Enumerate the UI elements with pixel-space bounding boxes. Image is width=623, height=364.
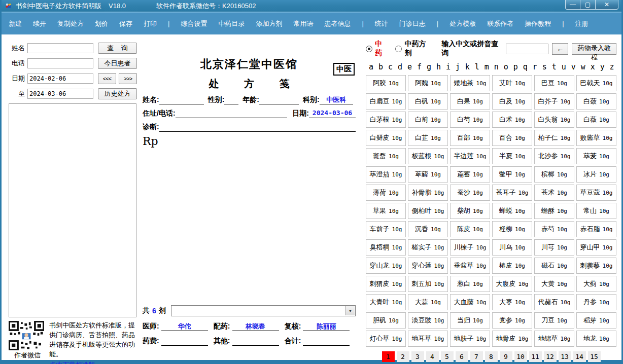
- alphabet-letter-g[interactable]: g: [427, 62, 431, 71]
- herb-button[interactable]: 大黄10g: [534, 276, 574, 292]
- herb-button[interactable]: 柏子仁10g: [534, 130, 574, 146]
- prev-period-button[interactable]: <<<: [98, 73, 116, 84]
- herb-button[interactable]: 刀豆10g: [534, 312, 574, 329]
- herb-button[interactable]: 槟榔10g: [534, 166, 574, 183]
- herb-button[interactable]: 胆矾10g: [366, 312, 406, 329]
- herb-button[interactable]: 白芍10g: [450, 112, 490, 128]
- menu-item-患者信息[interactable]: 患者信息: [324, 19, 351, 28]
- herb-button[interactable]: 稻芽10g: [576, 312, 616, 329]
- herb-button[interactable]: 磁石10g: [534, 258, 574, 274]
- rx-name-value[interactable]: [159, 96, 204, 104]
- close-icon[interactable]: ✕: [596, 0, 618, 10]
- herb-button[interactable]: 白芥子10g: [534, 93, 574, 110]
- herb-button[interactable]: 白术10g: [492, 112, 532, 128]
- alphabet-letter-m[interactable]: m: [484, 62, 489, 71]
- menu-item-常用语[interactable]: 常用语: [293, 19, 313, 28]
- alphabet-letter-r[interactable]: r: [533, 62, 537, 71]
- menu-item-新建[interactable]: 新建: [9, 19, 22, 28]
- herb-button[interactable]: 白头翁10g: [534, 112, 574, 128]
- herb-button[interactable]: 补骨脂10g: [408, 185, 448, 201]
- herb-button[interactable]: 臭梧桐10g: [366, 239, 406, 256]
- menu-item-操作教程[interactable]: 操作教程: [525, 19, 551, 28]
- herb-button[interactable]: 大蒜10g: [408, 294, 448, 310]
- rx-date-value[interactable]: 2024-03-06: [309, 109, 356, 118]
- menu-item-综合设置[interactable]: 综合设置: [181, 19, 207, 28]
- menu-item-中药目录[interactable]: 中药目录: [218, 19, 245, 28]
- entry-tutorial-button[interactable]: 药物录入教程: [572, 43, 616, 55]
- formula-radio-label[interactable]: 中药方剂: [404, 40, 431, 58]
- herb-button[interactable]: 苍术10g: [534, 185, 574, 201]
- herb-button[interactable]: 白茅根10g: [366, 112, 406, 128]
- page-button-6[interactable]: 6: [456, 351, 468, 362]
- alphabet-letter-i[interactable]: i: [446, 62, 451, 71]
- herb-button[interactable]: 灯心草10g: [366, 331, 406, 347]
- fee-value[interactable]: [161, 337, 208, 346]
- herb-button[interactable]: 半边莲10g: [450, 148, 490, 164]
- herb-button[interactable]: 大蓟10g: [576, 276, 616, 292]
- herb-button[interactable]: 丹参10g: [576, 294, 616, 310]
- reviewer-value[interactable]: 陈丽丽: [303, 322, 350, 331]
- alphabet-letter-o[interactable]: o: [504, 62, 508, 71]
- alphabet-letter-q[interactable]: q: [523, 62, 528, 71]
- herb-button[interactable]: 党参10g: [492, 312, 532, 329]
- rx-address-value[interactable]: [176, 110, 288, 118]
- maximize-icon[interactable]: ▢: [580, 0, 596, 10]
- page-button-15[interactable]: 15: [588, 351, 601, 362]
- alphabet-letter-p[interactable]: p: [513, 62, 518, 71]
- herb-button[interactable]: 白薇10g: [576, 112, 616, 128]
- herb-button[interactable]: 蚕沙10g: [450, 185, 490, 201]
- date-from-input[interactable]: [27, 74, 93, 84]
- rx-gender-value[interactable]: [224, 96, 238, 104]
- herb-button[interactable]: 巴豆10g: [534, 75, 574, 91]
- herb-button[interactable]: 草果10g: [366, 203, 406, 219]
- herb-button[interactable]: 地肤子10g: [450, 331, 490, 347]
- herb-button[interactable]: 萆薢10g: [408, 166, 448, 183]
- menu-item-复制处方[interactable]: 复制处方: [57, 19, 84, 28]
- herb-button[interactable]: 艾叶10g: [492, 75, 532, 91]
- herb-button[interactable]: 常山10g: [576, 203, 616, 219]
- herb-button[interactable]: 椿皮10g: [492, 258, 532, 274]
- herb-button[interactable]: 垂盆草10g: [450, 258, 490, 274]
- herb-button[interactable]: 败酱草10g: [576, 130, 616, 146]
- herb-button[interactable]: 冰片10g: [576, 166, 616, 183]
- herb-button[interactable]: 大腹皮10g: [492, 276, 532, 292]
- herb-button[interactable]: 白及10g: [492, 93, 532, 110]
- phone-input[interactable]: [27, 58, 93, 68]
- menu-item-统计[interactable]: 统计: [375, 19, 388, 28]
- formula-radio[interactable]: [395, 46, 402, 52]
- herb-button[interactable]: 大青叶10g: [366, 294, 406, 310]
- page-button-7[interactable]: 7: [470, 351, 483, 362]
- alphabet-letter-u[interactable]: u: [562, 62, 566, 71]
- next-period-button[interactable]: >>>: [119, 73, 137, 84]
- page-button-8[interactable]: 8: [485, 351, 498, 362]
- prescription-body[interactable]: [143, 148, 356, 305]
- herb-button[interactable]: 白前10g: [408, 112, 448, 128]
- rx-dept-value[interactable]: 中医科: [320, 95, 353, 104]
- menu-item-续开[interactable]: 续开: [33, 19, 46, 28]
- alphabet-letter-y[interactable]: y: [600, 62, 605, 71]
- alphabet-letter-v[interactable]: v: [571, 62, 576, 71]
- herb-button[interactable]: 萹蓄10g: [450, 166, 490, 183]
- alphabet-letter-t[interactable]: t: [552, 62, 557, 71]
- herb-button[interactable]: 葱白10g: [450, 276, 490, 292]
- herb-button[interactable]: 陈皮10g: [450, 221, 490, 237]
- alphabet-letter-f[interactable]: f: [417, 62, 422, 71]
- herb-button[interactable]: 白芷10g: [408, 130, 448, 146]
- herb-button[interactable]: 柽柳10g: [492, 221, 532, 237]
- herb-button[interactable]: 大血藤10g: [450, 294, 490, 310]
- page-button-5[interactable]: 5: [441, 351, 454, 362]
- herb-button[interactable]: 沉香10g: [408, 221, 448, 237]
- alphabet-letter-a[interactable]: a: [369, 62, 373, 71]
- other-fee-value[interactable]: [232, 337, 279, 346]
- history-prescriptions-button[interactable]: 历史处方: [98, 88, 137, 99]
- herb-button[interactable]: 侧柏叶10g: [408, 203, 448, 219]
- herb-button[interactable]: 百合10g: [492, 130, 532, 146]
- herb-button[interactable]: 鳖甲10g: [492, 166, 532, 183]
- alphabet-letter-w[interactable]: w: [581, 62, 585, 71]
- herb-button[interactable]: 地骨皮10g: [492, 331, 532, 347]
- alphabet-letter-h[interactable]: h: [436, 62, 441, 71]
- herb-radio-label[interactable]: 中药: [375, 40, 388, 58]
- alphabet-letter-c[interactable]: c: [388, 62, 393, 71]
- alphabet-letter-d[interactable]: d: [398, 62, 402, 71]
- page-button-9[interactable]: 9: [500, 351, 512, 362]
